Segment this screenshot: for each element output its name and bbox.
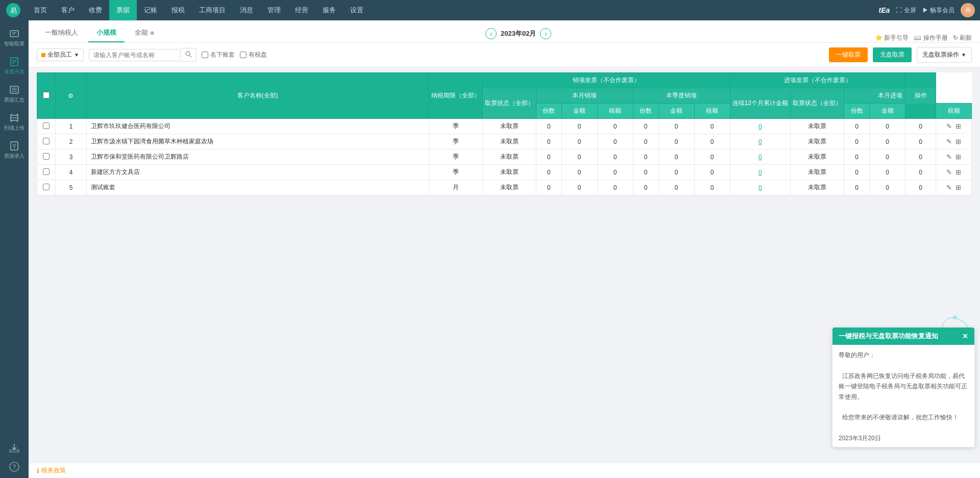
nav-tax[interactable]: 报税 (164, 0, 192, 20)
row-checkbox[interactable] (43, 138, 50, 144)
th-purchase-invoice-group: 进项发票（不合作废票） (730, 73, 905, 88)
table-row: 2 卫辉市汲水镇下园湾食用菌草木种植家庭农场 季 未取票 0 0 0 0 0 0… (37, 134, 972, 149)
row-num: 5 (56, 180, 87, 195)
edit-icon[interactable]: ✎ (946, 168, 952, 176)
row-sales-copies: 0 (536, 165, 561, 180)
row-purchase-amount: 0 (870, 180, 905, 195)
row-purchase-status: 未取票 (791, 180, 844, 195)
nav-settings[interactable]: 设置 (343, 0, 371, 20)
row-purchase-tax: 0 (905, 180, 936, 195)
cumulative-link[interactable]: 0 (758, 154, 762, 161)
select-all-checkbox[interactable] (43, 92, 50, 98)
fullscreen-btn[interactable]: ⛶ 全屏 (896, 6, 916, 15)
row-sales-status: 未取票 (482, 134, 536, 149)
nav-business[interactable]: 工商项目 (192, 0, 233, 20)
tax-disc-checkbox[interactable] (240, 52, 247, 58)
tea-label: tEa (879, 6, 890, 14)
cumulative-link[interactable]: 0 (758, 184, 762, 191)
next-month-btn[interactable]: › (540, 28, 551, 39)
sidebar-item-summary[interactable]: 票据汇总 (1, 81, 28, 108)
current-date: 2023年02月 (501, 29, 536, 38)
th-purchase-copies: 份数 (844, 104, 870, 119)
nav-right: tEa ⛶ 全屏 ▶ 畅享会员 用 (879, 3, 975, 17)
detail-icon[interactable]: ⊞ (955, 168, 961, 176)
cumulative-link[interactable]: 0 (758, 123, 762, 130)
row-checkbox-cell (37, 134, 56, 149)
top-navigation: 易 首页 客户 收费 票据 记账 报税 工商项目 消息 管理 经营 服务 设置 … (0, 0, 980, 20)
nav-customer[interactable]: 客户 (54, 0, 82, 20)
row-q-sales-tax: 0 (694, 119, 730, 134)
notification-decoration (940, 313, 970, 329)
row-checkbox[interactable] (43, 184, 50, 190)
new-guide-btn[interactable]: ⭐ 新手引导 (875, 34, 909, 42)
tab-small-scale[interactable]: 小规模 (88, 24, 125, 42)
row-q-sales-tax: 0 (694, 149, 730, 165)
help-icon[interactable]: ? (7, 460, 21, 474)
no-disc-fetch-btn[interactable]: 无盘取票 (873, 47, 912, 62)
row-sales-tax: 0 (597, 119, 633, 134)
cumulative-link[interactable]: 0 (758, 169, 762, 176)
nav-service[interactable]: 服务 (315, 0, 343, 20)
sidebar-item-invoice-issue[interactable]: 发票开具 (1, 53, 28, 80)
row-purchase-copies: 0 (844, 165, 870, 180)
th-sales-status: 取票状态（全部） (482, 88, 536, 119)
detail-icon[interactable]: ⊞ (955, 184, 961, 191)
row-actions: ✎ ⊞ (936, 134, 972, 149)
row-tax-period: 季 (429, 149, 482, 165)
nav-management[interactable]: 管理 (260, 0, 288, 20)
row-sales-amount: 0 (561, 180, 597, 195)
name-account-checkbox[interactable] (202, 52, 208, 58)
tab-all[interactable]: 全能 ⊕ (127, 24, 162, 42)
prev-month-btn[interactable]: ‹ (485, 28, 497, 39)
row-q-sales-tax: 0 (694, 165, 730, 180)
logo[interactable]: 易 (5, 2, 21, 18)
nav-message[interactable]: 消息 (233, 0, 260, 20)
tax-disc-label: 有税盘 (249, 51, 267, 59)
tab-general-taxpayer[interactable]: 一般纳税人 (37, 24, 86, 42)
edit-icon[interactable]: ✎ (946, 153, 952, 161)
row-sales-tax: 0 (597, 149, 633, 165)
search-input[interactable] (89, 49, 181, 61)
avatar[interactable]: 用 (961, 3, 975, 17)
detail-icon[interactable]: ⊞ (955, 122, 961, 130)
sidebar: 智能取票 发票开具 票据汇总 (0, 20, 29, 478)
nav-home[interactable]: 首页 (27, 0, 54, 20)
sidebar-item-entry[interactable]: 票据录入 (1, 137, 28, 164)
download-icon[interactable] (7, 441, 21, 456)
settings-icon[interactable]: ⚙ (68, 92, 74, 99)
refresh-btn[interactable]: ↻ 刷新 (953, 34, 972, 42)
manual-btn[interactable]: 📖 操作手册 (914, 34, 947, 42)
row-sales-amount: 0 (561, 134, 597, 149)
name-account-check[interactable]: 名下账套 (202, 51, 235, 59)
no-disc-operation-btn[interactable]: 无盘取票操作 ▼ (917, 47, 972, 63)
employee-select[interactable]: 全部员工 ▼ (37, 48, 84, 61)
detail-icon[interactable]: ⊞ (955, 138, 961, 145)
search-button[interactable] (181, 48, 197, 62)
vip-btn[interactable]: ▶ 畅享会员 (922, 6, 954, 15)
row-checkbox-cell (37, 180, 56, 195)
detail-icon[interactable]: ⊞ (955, 153, 961, 161)
row-checkbox[interactable] (43, 153, 50, 160)
nav-bookkeeping[interactable]: 记账 (137, 0, 164, 20)
edit-icon[interactable]: ✎ (946, 138, 952, 145)
sidebar-item-scan[interactable]: 扫描上传 (1, 109, 28, 136)
tax-disc-check[interactable]: 有税盘 (240, 51, 267, 59)
tax-policy-link[interactable]: 税务政策 (41, 466, 66, 475)
notification-close-btn[interactable]: ✕ (962, 332, 968, 340)
row-checkbox[interactable] (43, 122, 50, 129)
th-purchase-amount: 金额 (870, 104, 905, 119)
row-checkbox[interactable] (43, 168, 50, 175)
info-icon: ℹ (37, 467, 39, 474)
row-customer-name: 卫辉市保和堂医药有限公司卫辉路店 (86, 149, 429, 165)
sidebar-item-smart-fetch[interactable]: 智能取票 (1, 24, 28, 52)
row-customer-name: 新建区方方文具店 (86, 165, 429, 180)
edit-icon[interactable]: ✎ (946, 184, 952, 191)
nav-operation[interactable]: 经营 (288, 0, 315, 20)
cumulative-link[interactable]: 0 (758, 138, 762, 145)
one-key-fetch-btn[interactable]: 一键取票 (829, 47, 868, 62)
row-checkbox-cell (37, 149, 56, 165)
row-purchase-amount: 0 (870, 134, 905, 149)
edit-icon[interactable]: ✎ (946, 122, 952, 130)
nav-invoice[interactable]: 票据 (109, 0, 137, 20)
nav-fee[interactable]: 收费 (82, 0, 109, 20)
